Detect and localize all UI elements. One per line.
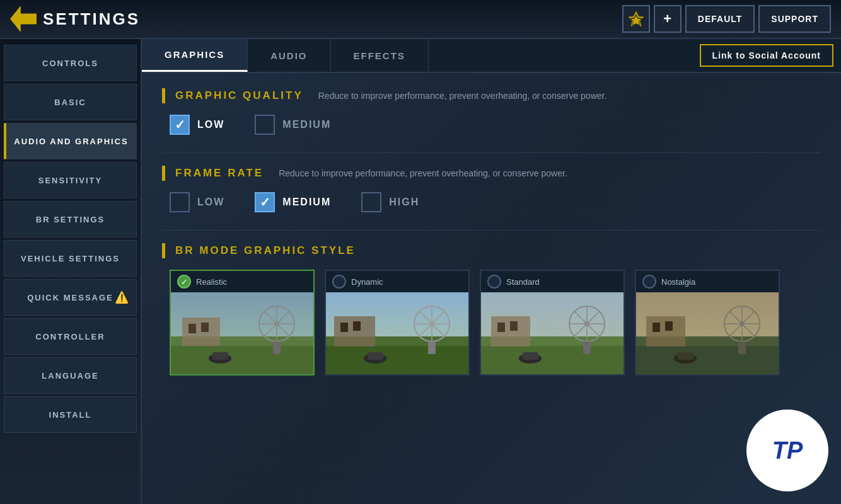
style-name-standard: Standard xyxy=(506,277,540,287)
sidebar-item-audio-graphics[interactable]: AUDIO AND GRAPHICS xyxy=(4,123,137,159)
sidebar-item-basic[interactable]: BASIC xyxy=(4,84,137,120)
svg-rect-36 xyxy=(491,316,530,346)
tab-effects[interactable]: EFFECTS xyxy=(331,39,429,72)
header-controls: + DEFAULT SUPPORT xyxy=(622,5,831,33)
frame-rate-medium-option[interactable]: MEDIUM xyxy=(255,192,331,212)
divider-1 xyxy=(162,152,821,153)
header: SETTINGS + DEFAULT SUPPORT xyxy=(0,0,841,39)
style-card-standard-header: Standard xyxy=(481,271,624,292)
frame-rate-low-label: LOW xyxy=(197,197,224,208)
sidebar-item-quick-message[interactable]: QUICK MESSAGE ⚠️ xyxy=(4,279,137,316)
settings-content: GRAPHIC QUALITY Reduce to improve perfor… xyxy=(142,73,841,504)
frame-rate-low-option[interactable]: LOW xyxy=(170,192,224,212)
rank-icon[interactable] xyxy=(622,5,650,33)
frame-rate-desc: Reduce to improve performance, prevent o… xyxy=(279,168,567,178)
frame-rate-low-checkbox[interactable] xyxy=(170,192,190,212)
style-preview-dynamic xyxy=(326,292,468,374)
graphic-quality-medium-label: MEDIUM xyxy=(282,119,331,130)
svg-rect-30 xyxy=(428,341,436,354)
svg-rect-32 xyxy=(368,352,383,360)
svg-rect-60 xyxy=(738,341,746,354)
tab-audio[interactable]: AUDIO xyxy=(248,39,330,72)
sidebar-item-vehicle-settings[interactable]: VEHICLE SETTINGS xyxy=(4,240,137,277)
graphic-quality-medium-option[interactable]: MEDIUM xyxy=(255,115,331,135)
graphic-quality-low-checkbox[interactable] xyxy=(170,115,190,135)
frame-rate-options: LOW MEDIUM HIGH xyxy=(162,192,821,212)
svg-rect-37 xyxy=(497,323,505,332)
content-area: GRAPHICS AUDIO EFFECTS Link to Social Ac… xyxy=(142,39,841,504)
frame-rate-medium-checkbox[interactable] xyxy=(255,192,275,212)
sidebar-item-controller[interactable]: CONTROLLER xyxy=(4,318,137,355)
divider-2 xyxy=(162,230,821,231)
style-card-nostalgia-header: Nostalgia xyxy=(636,271,779,292)
svg-rect-23 xyxy=(353,321,361,331)
svg-rect-21 xyxy=(334,316,375,346)
add-button[interactable]: + xyxy=(654,5,682,33)
sidebar-item-br-settings[interactable]: BR SETTINGS xyxy=(4,201,137,238)
sidebar-item-install[interactable]: INSTALL xyxy=(4,396,137,433)
style-card-nostalgia[interactable]: Nostalgia xyxy=(635,270,780,375)
graphic-quality-header: GRAPHIC QUALITY Reduce to improve perfor… xyxy=(162,88,821,103)
br-mode-section: BR MODE GRAPHIC STYLE ✓ Realistic xyxy=(162,243,821,375)
svg-rect-53 xyxy=(665,321,673,331)
header-back: SETTINGS xyxy=(10,6,140,32)
frame-rate-section: FRAME RATE Reduce to improve performance… xyxy=(162,166,821,212)
svg-rect-47 xyxy=(523,352,538,360)
style-check-realistic: ✓ xyxy=(177,275,191,289)
style-preview-standard xyxy=(481,292,624,374)
sidebar: CONTROLS BASIC AUDIO AND GRAPHICS SENSIT… xyxy=(0,39,142,504)
frame-rate-high-option[interactable]: HIGH xyxy=(361,192,419,212)
style-preview-realistic xyxy=(171,292,313,374)
style-name-nostalgia: Nostalgia xyxy=(661,277,695,287)
svg-rect-62 xyxy=(678,352,693,360)
style-check-nostalgia xyxy=(642,275,656,289)
style-card-realistic[interactable]: ✓ Realistic xyxy=(170,270,315,375)
watermark-text: TP xyxy=(772,437,803,464)
br-mode-title: BR MODE GRAPHIC STYLE xyxy=(175,244,356,257)
graphic-style-row: ✓ Realistic xyxy=(162,270,821,375)
graphic-quality-desc: Reduce to improve performance, prevent o… xyxy=(318,91,607,101)
tabs-bar: GRAPHICS AUDIO EFFECTS Link to Social Ac… xyxy=(142,39,841,73)
warning-icon: ⚠️ xyxy=(115,290,130,304)
svg-rect-45 xyxy=(583,341,591,354)
svg-rect-38 xyxy=(510,321,518,331)
style-name-dynamic: Dynamic xyxy=(351,277,383,287)
default-button[interactable]: DEFAULT xyxy=(685,5,755,33)
main-layout: CONTROLS BASIC AUDIO AND GRAPHICS SENSIT… xyxy=(0,39,841,504)
svg-rect-19 xyxy=(326,343,468,374)
br-mode-title-bar xyxy=(162,243,165,258)
svg-rect-4 xyxy=(171,343,313,374)
section-title-bar xyxy=(162,88,165,103)
style-card-dynamic-header: Dynamic xyxy=(326,271,468,292)
sidebar-item-language[interactable]: LANGUAGE xyxy=(4,357,137,394)
sidebar-item-sensitivity[interactable]: SENSITIVITY xyxy=(4,162,137,198)
tab-graphics[interactable]: GRAPHICS xyxy=(142,39,248,72)
br-mode-header: BR MODE GRAPHIC STYLE xyxy=(162,243,821,258)
svg-rect-7 xyxy=(188,324,196,333)
style-check-dynamic xyxy=(332,275,346,289)
svg-rect-52 xyxy=(652,323,660,332)
graphic-quality-low-option[interactable]: LOW xyxy=(170,115,224,135)
frame-rate-title-bar xyxy=(162,166,165,181)
svg-rect-51 xyxy=(646,316,685,346)
svg-rect-34 xyxy=(481,343,624,374)
support-button[interactable]: SUPPORT xyxy=(758,5,831,33)
frame-rate-medium-label: MEDIUM xyxy=(282,197,331,208)
style-card-dynamic[interactable]: Dynamic xyxy=(325,270,470,375)
svg-rect-17 xyxy=(212,352,228,360)
svg-rect-22 xyxy=(340,323,348,332)
frame-rate-high-checkbox[interactable] xyxy=(361,192,381,212)
sidebar-item-controls[interactable]: CONTROLS xyxy=(4,45,137,81)
graphic-quality-section: GRAPHIC QUALITY Reduce to improve perfor… xyxy=(162,88,821,135)
svg-rect-49 xyxy=(636,343,779,374)
graphic-quality-medium-checkbox[interactable] xyxy=(255,115,275,135)
social-account-button[interactable]: Link to Social Account xyxy=(700,44,833,67)
back-arrow-icon[interactable] xyxy=(10,6,37,32)
style-card-standard[interactable]: Standard xyxy=(480,270,625,375)
style-preview-nostalgia xyxy=(636,292,779,374)
svg-rect-8 xyxy=(201,323,209,332)
frame-rate-header: FRAME RATE Reduce to improve performance… xyxy=(162,166,821,181)
style-check-standard xyxy=(487,275,501,289)
frame-rate-title: FRAME RATE xyxy=(175,167,264,180)
page-title: SETTINGS xyxy=(43,9,140,29)
